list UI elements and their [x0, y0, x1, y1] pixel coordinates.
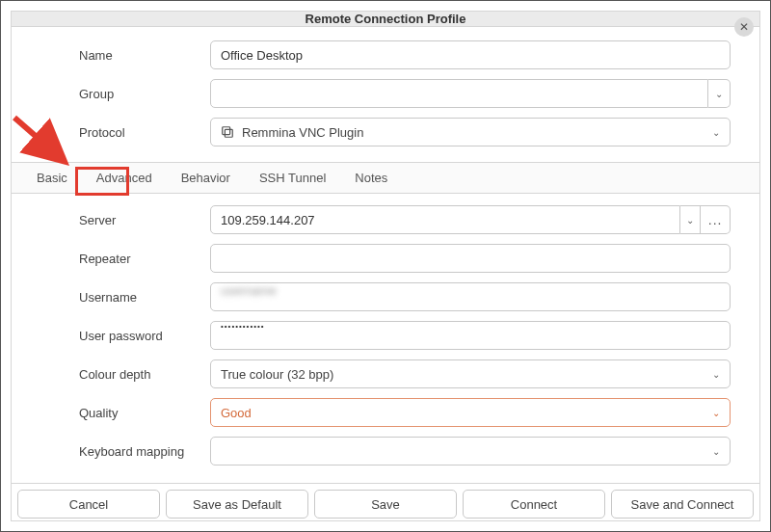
username-field[interactable]: username — [210, 282, 731, 311]
quality-label: Quality — [79, 406, 210, 420]
window-title: Remote Connection Profile — [306, 12, 466, 26]
connect-button[interactable]: Connect — [463, 490, 605, 519]
quality-value: Good — [221, 406, 252, 420]
repeater-field[interactable] — [210, 244, 731, 273]
chevron-down-icon: ⌄ — [712, 408, 720, 418]
svg-rect-1 — [225, 129, 232, 137]
group-label: Group — [79, 87, 210, 101]
name-field[interactable] — [210, 40, 731, 69]
chevron-down-icon: ⌄ — [686, 215, 694, 226]
tabs: Basic Advanced Behavior SSH Tunnel Notes — [12, 163, 759, 194]
save-default-button[interactable]: Save as Default — [166, 490, 308, 519]
name-label: Name — [79, 48, 210, 63]
save-and-connect-button[interactable]: Save and Connect — [611, 490, 754, 519]
colour-depth-value: True colour (32 bpp) — [221, 367, 333, 382]
group-field[interactable] — [210, 79, 708, 108]
password-field[interactable]: •••••••••••• — [210, 321, 731, 350]
keyboard-mapping-select[interactable]: ⌄ — [210, 437, 731, 466]
server-dropdown[interactable]: ⌄ — [680, 205, 702, 234]
close-icon[interactable]: ✕ — [734, 17, 754, 37]
colour-depth-label: Colour depth — [79, 367, 210, 382]
server-more-button[interactable]: ... — [701, 205, 731, 234]
save-button[interactable]: Save — [314, 490, 457, 519]
username-label: Username — [79, 290, 210, 305]
chevron-down-icon: ⌄ — [715, 89, 723, 99]
repeater-label: Repeater — [79, 252, 210, 266]
tab-behavior[interactable]: Behavior — [177, 167, 234, 189]
colour-depth-select[interactable]: True colour (32 bpp) ⌄ — [210, 359, 731, 388]
chevron-down-icon: ⌄ — [712, 369, 720, 380]
protocol-select[interactable]: Remmina VNC Plugin ⌄ — [210, 118, 731, 146]
server-label: Server — [79, 213, 210, 227]
chevron-down-icon: ⌄ — [712, 446, 720, 457]
tab-advanced[interactable]: Advanced — [93, 167, 156, 189]
protocol-value: Remmina VNC Plugin — [242, 125, 363, 140]
keyboard-mapping-label: Keyboard mapping — [79, 444, 210, 459]
tab-ssh-tunnel[interactable]: SSH Tunnel — [255, 167, 330, 189]
svg-rect-0 — [223, 127, 230, 135]
tab-notes[interactable]: Notes — [351, 167, 391, 189]
server-field[interactable] — [210, 205, 680, 234]
titlebar: Remote Connection Profile ✕ — [12, 12, 759, 27]
copy-icon — [221, 125, 234, 139]
tab-basic[interactable]: Basic — [33, 167, 71, 189]
password-label: User password — [79, 329, 210, 343]
group-dropdown[interactable]: ⌄ — [708, 79, 731, 108]
footer: Cancel Save as Default Save Connect Save… — [12, 483, 759, 524]
quality-select[interactable]: Good ⌄ — [210, 398, 731, 427]
cancel-button[interactable]: Cancel — [17, 490, 160, 519]
protocol-label: Protocol — [79, 125, 210, 140]
chevron-down-icon: ⌄ — [712, 127, 720, 138]
